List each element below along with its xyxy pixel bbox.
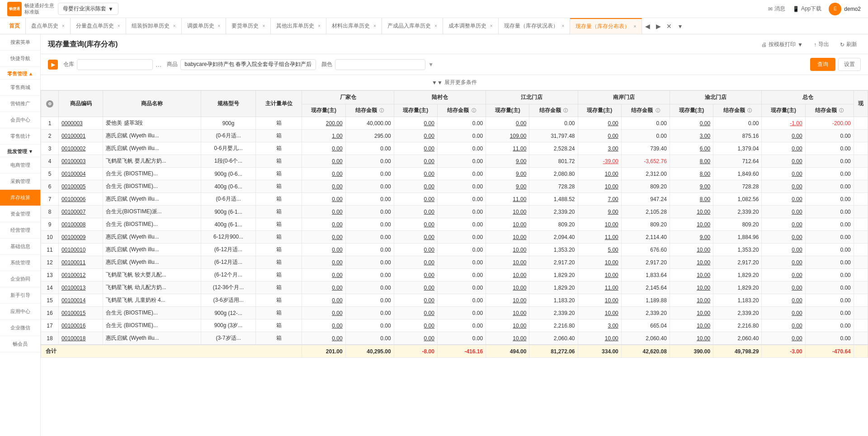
row-code[interactable]: 00100007 <box>59 206 103 218</box>
tab-qitachu-close[interactable]: × <box>318 23 321 28</box>
table-container[interactable]: ⚙ 商品编码 商品名称 规格型号 主计量单位 厂家仓 陆村仓 江北门店 南岸门店… <box>41 90 868 436</box>
row-ck-qty[interactable]: 0.00 <box>302 142 345 155</box>
row-ck-qty[interactable]: 0.00 <box>302 269 345 281</box>
sidebar-item-purchase[interactable]: 采购管理 <box>0 173 40 190</box>
row-zc-qty[interactable]: 0.00 <box>762 307 805 319</box>
row-zc-qty[interactable]: 0.00 <box>762 130 805 142</box>
row-na-qty[interactable]: 10.00 <box>578 180 621 193</box>
sidebar-item-changhui[interactable]: 畅会员 <box>0 336 40 352</box>
row-yb-qty[interactable]: 10.00 <box>670 307 713 319</box>
tab-home[interactable]: 首页 <box>4 18 26 34</box>
row-yb-qty[interactable]: 10.00 <box>670 281 713 294</box>
row-lc-qty[interactable]: 0.00 <box>394 269 437 281</box>
info-icon-jb[interactable]: ⓘ <box>563 108 568 113</box>
row-na-qty[interactable]: 10.00 <box>578 256 621 269</box>
warehouse-dots[interactable]: ... <box>156 61 161 69</box>
row-na-qty[interactable]: 5.00 <box>578 244 621 256</box>
row-code[interactable]: 00100015 <box>59 307 103 319</box>
row-jb-qty[interactable]: 9.00 <box>486 180 529 193</box>
row-lc-qty[interactable]: 0.00 <box>394 231 437 244</box>
tab-chenben-close[interactable]: × <box>490 23 493 28</box>
row-ck-qty[interactable]: 0.00 <box>302 206 345 218</box>
row-code[interactable]: 00100005 <box>59 180 103 193</box>
row-yb-qty[interactable]: 10.00 <box>670 206 713 218</box>
tab-qitachu[interactable]: 其他出库单历史 × <box>271 18 326 34</box>
row-na-qty[interactable]: 10.00 <box>578 307 621 319</box>
sidebar-item-enterprise[interactable]: 企业协同 <box>0 271 40 287</box>
tab-xiancun-status[interactable]: 现存量（库存状况表） × <box>499 18 571 34</box>
row-code[interactable]: 00100018 <box>59 332 103 345</box>
tab-fenliang[interactable]: 分量盘点单历史 × <box>71 18 126 34</box>
row-jb-qty[interactable]: 9.00 <box>486 168 529 180</box>
row-code[interactable]: 00100011 <box>59 256 103 269</box>
tab-yaohuo[interactable]: 要货单历史 × <box>226 18 271 34</box>
tab-chanchengru-close[interactable]: × <box>434 23 437 28</box>
tab-yaohuo-close[interactable]: × <box>262 23 265 28</box>
info-icon-na[interactable]: ⓘ <box>656 108 660 113</box>
row-lc-qty[interactable]: 0.00 <box>394 256 437 269</box>
sidebar-item-basic-info[interactable]: 基础信息 <box>0 239 40 255</box>
row-ck-qty[interactable]: 0.00 <box>302 231 345 244</box>
row-lc-qty[interactable]: 0.00 <box>394 332 437 345</box>
setting-button[interactable]: 设置 <box>838 58 861 71</box>
sidebar-item-apps[interactable]: 应用中心 <box>0 304 40 320</box>
row-code[interactable]: 00100003 <box>59 155 103 168</box>
tab-chanchengru[interactable]: 产成品入库单历史 × <box>382 18 443 34</box>
row-na-qty[interactable]: 11.00 <box>578 281 621 294</box>
row-na-qty[interactable]: 10.00 <box>578 332 621 345</box>
row-na-qty[interactable]: 7.00 <box>578 193 621 206</box>
gear-icon[interactable]: ⚙ <box>46 100 53 108</box>
row-jb-qty[interactable]: 9.00 <box>486 155 529 168</box>
row-code[interactable]: 00100013 <box>59 281 103 294</box>
row-jb-qty[interactable]: 10.00 <box>486 332 529 345</box>
info-icon-ck[interactable]: ⓘ <box>379 108 384 113</box>
row-code[interactable]: 0000003 <box>59 117 103 130</box>
row-na-qty[interactable]: 10.00 <box>578 218 621 231</box>
row-code[interactable]: 00100014 <box>59 294 103 307</box>
row-ck-qty[interactable]: 0.00 <box>302 256 345 269</box>
query-button[interactable]: 查询 <box>810 58 835 71</box>
color-dropdown-icon[interactable]: ▼ <box>428 61 434 68</box>
sidebar-item-wechat[interactable]: 企业微信 <box>0 320 40 336</box>
sidebar-item-inventory[interactable]: 库存核算 <box>0 190 40 206</box>
row-lc-qty[interactable]: 0.00 <box>394 168 437 180</box>
sidebar-item-guide[interactable]: 新手引导 <box>0 287 40 304</box>
row-na-qty[interactable]: 9.00 <box>578 206 621 218</box>
row-yb-qty[interactable]: 9.00 <box>670 180 713 193</box>
row-jb-qty[interactable]: 10.00 <box>486 218 529 231</box>
goods-input[interactable] <box>180 59 316 70</box>
row-jb-qty[interactable]: 10.00 <box>486 307 529 319</box>
info-icon-zc[interactable]: ⓘ <box>839 108 844 113</box>
expand-more-button[interactable]: ▼▼ 展开更多条件 <box>432 77 477 88</box>
row-zc-qty[interactable]: 0.00 <box>762 142 805 155</box>
refresh-button[interactable]: ↻ 刷新 <box>836 39 861 50</box>
sidebar-item-finance[interactable]: 资金管理 <box>0 206 40 222</box>
message-button[interactable]: ✉ 消息 <box>768 5 785 13</box>
row-na-qty[interactable]: 0.00 <box>578 117 621 130</box>
row-code[interactable]: 00100004 <box>59 168 103 180</box>
row-yb-qty[interactable]: 8.00 <box>670 193 713 206</box>
row-code[interactable]: 00100006 <box>59 193 103 206</box>
row-zc-qty[interactable]: -1.00 <box>762 117 805 130</box>
row-ck-qty[interactable]: 0.00 <box>302 218 345 231</box>
row-jb-qty[interactable]: 10.00 <box>486 281 529 294</box>
row-lc-qty[interactable]: 0.00 <box>394 244 437 256</box>
row-zc-qty[interactable]: 0.00 <box>762 155 805 168</box>
row-yb-qty[interactable]: 10.00 <box>670 294 713 307</box>
row-jb-qty[interactable]: 109.00 <box>486 130 529 142</box>
row-lc-qty[interactable]: 0.00 <box>394 180 437 193</box>
row-lc-qty[interactable]: 0.00 <box>394 117 437 130</box>
sidebar-item-search[interactable]: 搜索英单 <box>0 34 40 51</box>
row-ck-qty[interactable]: 0.00 <box>302 294 345 307</box>
tab-expand-button[interactable]: ▾ <box>675 18 685 34</box>
print-button[interactable]: 🖨 按模板打印 ▼ <box>758 39 807 50</box>
sidebar-section-retail[interactable]: 零售管理 ▲ <box>0 67 40 80</box>
row-zc-qty[interactable]: 0.00 <box>762 168 805 180</box>
tab-prev-button[interactable]: ◀ <box>642 18 653 34</box>
row-code[interactable]: 00100008 <box>59 218 103 231</box>
row-yb-qty[interactable]: 10.00 <box>670 256 713 269</box>
row-jb-qty[interactable]: 10.00 <box>486 231 529 244</box>
row-code[interactable]: 00100009 <box>59 231 103 244</box>
row-yb-qty[interactable]: 10.00 <box>670 244 713 256</box>
sidebar-item-member[interactable]: 会员中心 <box>0 112 40 128</box>
